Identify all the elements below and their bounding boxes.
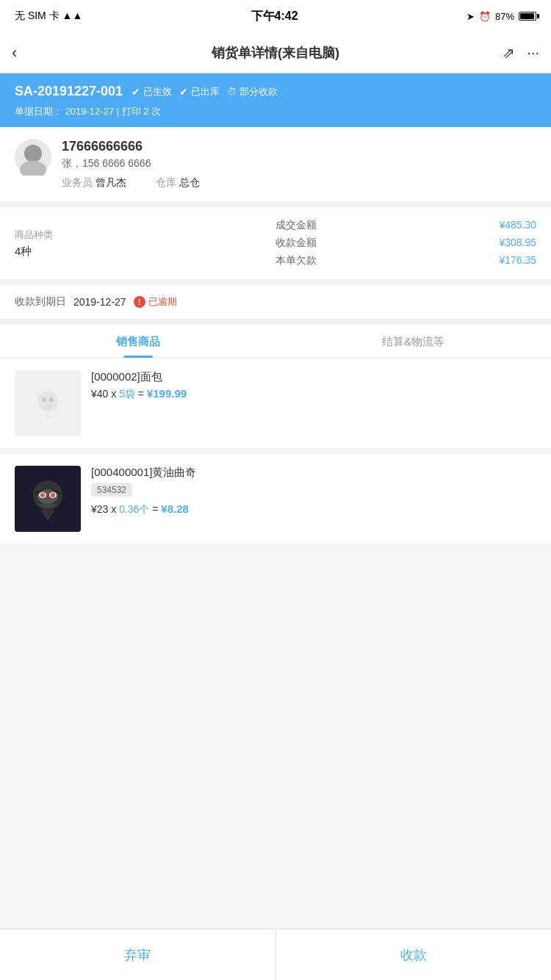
customer-username: 17666666666 (62, 139, 536, 154)
back-button[interactable]: ‹ (12, 43, 41, 62)
product-thumbnail-2 (15, 466, 81, 532)
order-date-info: 单据日期： 2019-12-27 | 打印 2 次 (15, 105, 536, 118)
check-icon-1: ✔ (132, 86, 140, 98)
products-list: 商+ [0000002]面包 ¥40 x 5袋 = ¥199.99 (0, 359, 551, 544)
svg-point-6 (50, 398, 53, 401)
svg-point-0 (24, 145, 42, 162)
badge-partial-payment: ⏱ 部分收款 (227, 85, 278, 98)
badge-effective: ✔ 已生效 (132, 85, 172, 98)
tabs-container: 销售商品 结算&物流等 (0, 325, 551, 359)
battery-text: 87% (495, 11, 514, 22)
product-price-2: ¥23 x 0.36个 = ¥8.28 (91, 502, 536, 516)
date-label: 单据日期： (15, 106, 62, 117)
product-details-1: [0000002]面包 ¥40 x 5袋 = ¥199.99 (91, 370, 536, 401)
warehouse-field: 仓库 总仓 (156, 176, 200, 190)
received-label: 收款金额 (276, 237, 317, 250)
customer-section: 17666666666 张，156 6666 6666 业务员 曾凡杰 仓库 总… (0, 127, 551, 207)
customer-phone: 张，156 6666 6666 (62, 157, 536, 170)
product-thumbnail-1: 商+ (15, 370, 81, 436)
overdue-text: 已逾期 (148, 295, 177, 309)
print-info: | 打印 2 次 (117, 106, 161, 117)
owed-label: 本单欠款 (276, 254, 317, 267)
customer-info: 17666666666 张，156 6666 6666 业务员 曾凡杰 仓库 总… (62, 139, 536, 190)
svg-text:商+: 商+ (46, 414, 53, 419)
collect-payment-button[interactable]: 收款 (276, 929, 552, 980)
product-name-1: [0000002]面包 (91, 370, 536, 384)
svg-point-5 (43, 398, 46, 401)
product-price-1: ¥40 x 5袋 = ¥199.99 (91, 387, 536, 401)
battery-icon (519, 12, 536, 21)
tab-settlement[interactable]: 结算&物流等 (276, 325, 551, 358)
svg-point-2 (37, 391, 58, 411)
product-image-placeholder-1: 商+ (29, 385, 66, 422)
status-bar: 无 SIM 卡 ▲▲ 下午4:42 ➤ ⏰ 87% (0, 0, 551, 32)
nav-bar: ‹ 销货单详情(来自电脑) ⇗ ··· (0, 32, 551, 73)
salesperson-field: 业务员 曾凡杰 (62, 176, 126, 190)
check-icon-2: ✔ (179, 86, 188, 98)
status-right: ➤ ⏰ 87% (467, 11, 536, 22)
summary-right: 成交金额 ¥485.30 收款金额 ¥308.95 本单欠款 ¥176.35 (276, 219, 536, 267)
warehouse-value: 总仓 (179, 176, 200, 188)
product-sku-2: 534532 (91, 483, 132, 497)
summary-section: 商品种类 4种 成交金额 ¥485.30 收款金额 ¥308.95 本单欠款 ¥… (0, 207, 551, 285)
avatar (15, 139, 51, 176)
svg-point-12 (40, 493, 45, 497)
nav-actions: ⇗ ··· (503, 44, 539, 62)
owed-row: 本单欠款 ¥176.35 (276, 254, 536, 267)
order-date: 2019-12-27 (65, 106, 115, 117)
carrier-wifi: 无 SIM 卡 ▲▲ (15, 10, 82, 23)
due-date-value: 2019-12-27 (73, 296, 126, 308)
product-qty-2: 0.36个 (119, 503, 152, 515)
overdue-icon: ! (134, 296, 145, 308)
tab-products[interactable]: 销售商品 (0, 325, 276, 358)
product-image-2 (22, 473, 73, 525)
more-icon[interactable]: ··· (527, 44, 539, 61)
overdue-badge: ! 已逾期 (134, 295, 177, 309)
order-badges: ✔ 已生效 ✔ 已出库 ⏱ 部分收款 (132, 85, 278, 98)
product-types-label: 商品种类 (15, 228, 276, 242)
product-total-2: ¥8.28 (161, 502, 189, 515)
warehouse-label: 仓库 (156, 176, 176, 188)
order-id: SA-20191227-001 (15, 84, 123, 99)
badge-shipped: ✔ 已出库 (179, 85, 220, 98)
svg-point-13 (51, 493, 55, 497)
product-details-2: [000400001]黄油曲奇 534532 ¥23 x 0.36个 = ¥8.… (91, 466, 536, 516)
amount-label: 成交金额 (276, 219, 317, 232)
list-item: 商+ [0000002]面包 ¥40 x 5袋 = ¥199.99 (0, 359, 551, 448)
status-time: 下午4:42 (251, 9, 298, 24)
order-banner: SA-20191227-001 ✔ 已生效 ✔ 已出库 ⏱ 部分收款 单据日期：… (0, 73, 551, 127)
product-name-2: [000400001]黄油曲奇 (91, 466, 536, 480)
due-label: 收款到期日 (15, 295, 66, 309)
clock-icon: ⏱ (227, 86, 237, 97)
received-row: 收款金额 ¥308.95 (276, 237, 536, 250)
product-types-value: 4种 (15, 245, 276, 259)
summary-left: 商品种类 4种 (15, 219, 276, 267)
share-icon[interactable]: ⇗ (503, 44, 515, 62)
salesperson-label: 业务员 (62, 176, 93, 188)
amount-value: ¥485.30 (499, 219, 536, 232)
bottom-action-bar: 弃审 收款 (0, 929, 551, 980)
alarm-icon: ⏰ (479, 11, 491, 22)
product-qty-1: 5袋 (119, 388, 138, 400)
owed-value: ¥176.35 (499, 254, 536, 267)
salesperson-value: 曾凡杰 (96, 176, 126, 188)
amount-row: 成交金额 ¥485.30 (276, 219, 536, 232)
due-date-section: 收款到期日 2019-12-27 ! 已逾期 (0, 285, 551, 325)
avatar-icon (15, 139, 51, 176)
page-title: 销货单详情(来自电脑) (212, 44, 339, 62)
received-value: ¥308.95 (499, 237, 536, 250)
location-icon: ➤ (467, 11, 475, 22)
customer-meta: 业务员 曾凡杰 仓库 总仓 (62, 176, 536, 190)
svg-point-1 (20, 161, 46, 176)
product-total-1: ¥199.99 (147, 387, 187, 400)
cancel-review-button[interactable]: 弃审 (0, 929, 276, 980)
list-item: [000400001]黄油曲奇 534532 ¥23 x 0.36个 = ¥8.… (0, 454, 551, 544)
